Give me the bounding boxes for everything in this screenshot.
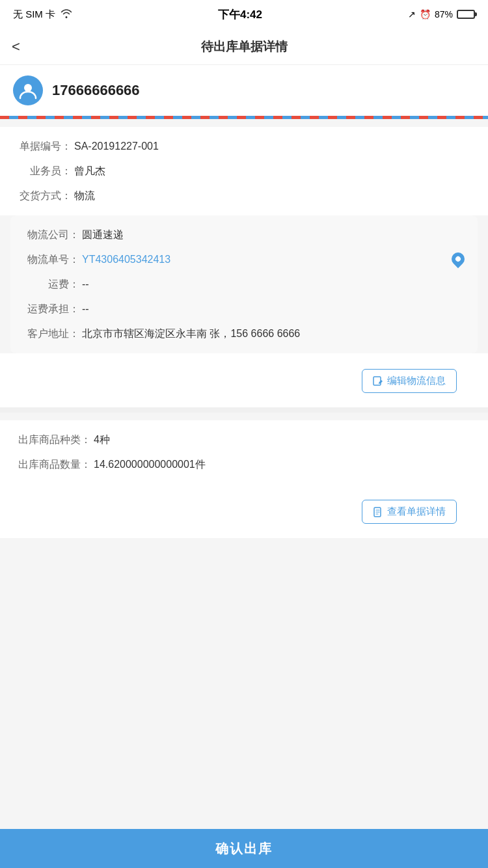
edit-icon — [373, 376, 383, 387]
customer-phone: 17666666666 — [52, 82, 140, 99]
edit-logistics-button[interactable]: 编辑物流信息 — [362, 369, 457, 393]
edit-section: 编辑物流信息 — [0, 353, 488, 407]
status-right: ↗ ⏰ 87% — [408, 9, 475, 20]
wifi-icon — [61, 9, 72, 20]
carrier-text: 无 SIM 卡 — [13, 8, 55, 21]
status-left: 无 SIM 卡 — [13, 8, 72, 21]
location-icon[interactable] — [449, 250, 467, 268]
document-icon — [373, 507, 383, 517]
freight-row: 运费： -- — [23, 277, 465, 292]
customer-header: 17666666666 — [0, 65, 488, 116]
status-bar: 无 SIM 卡 下午4:42 ↗ ⏰ 87% — [0, 0, 488, 29]
freight-value: -- — [82, 277, 465, 292]
dashed-divider — [0, 116, 488, 119]
bottom-spacer — [0, 538, 488, 590]
freight-bearer-value: -- — [82, 301, 465, 317]
logistics-company-row: 物流公司： 圆通速递 — [23, 227, 465, 243]
edit-logistics-label: 编辑物流信息 — [387, 375, 446, 387]
svg-point-0 — [24, 84, 32, 92]
product-quantity-row: 出库商品数量： 14.620000000000001件 — [16, 457, 472, 472]
nav-bar: < 待出库单据详情 — [0, 29, 488, 65]
back-button[interactable]: < — [12, 38, 20, 55]
order-info-section: 单据编号： SA-20191227-001 业务员： 曾凡杰 交货方式： 物流 — [0, 127, 488, 215]
delivery-method-row: 交货方式： 物流 — [16, 188, 472, 204]
product-types-label: 出库商品种类： — [16, 432, 94, 448]
page-title: 待出库单据详情 — [201, 38, 288, 55]
view-details-button[interactable]: 查看单据详情 — [362, 500, 457, 524]
outbound-info-section: 出库商品种类： 4种 出库商品数量： 14.620000000000001件 — [0, 420, 488, 484]
tracking-value: YT4306405342413 — [82, 252, 446, 267]
address-label: 客户地址： — [23, 326, 82, 342]
sales-person-row: 业务员： 曾凡杰 — [16, 163, 472, 179]
battery-icon — [457, 10, 475, 19]
freight-bearer-row: 运费承担： -- — [23, 301, 465, 317]
logistics-card: 物流公司： 圆通速递 物流单号： YT4306405342413 运费： -- … — [10, 215, 478, 353]
delivery-method-value: 物流 — [74, 188, 472, 204]
product-types-value: 4种 — [94, 432, 472, 448]
confirm-outbound-button[interactable]: 确认出库 — [0, 829, 488, 868]
freight-label: 运费： — [23, 277, 82, 292]
freight-bearer-label: 运费承担： — [23, 301, 82, 317]
svg-rect-1 — [373, 377, 381, 385]
product-quantity-value: 14.620000000000001件 — [94, 457, 472, 472]
logistics-company-label: 物流公司： — [23, 227, 82, 243]
tracking-number-row: 物流单号： YT4306405342413 — [23, 252, 465, 267]
section-divider — [0, 407, 488, 413]
avatar — [13, 75, 43, 105]
status-time: 下午4:42 — [218, 7, 262, 22]
view-details-section: 查看单据详情 — [0, 484, 488, 538]
view-details-label: 查看单据详情 — [387, 506, 446, 518]
delivery-method-label: 交货方式： — [16, 188, 74, 204]
sales-person-value: 曾凡杰 — [74, 163, 472, 179]
alarm-icon: ⏰ — [420, 9, 431, 20]
order-number-value: SA-20191227-001 — [74, 139, 472, 154]
sales-person-label: 业务员： — [16, 163, 74, 179]
order-number-row: 单据编号： SA-20191227-001 — [16, 139, 472, 154]
location-status-icon: ↗ — [408, 9, 416, 20]
product-quantity-label: 出库商品数量： — [16, 457, 94, 472]
order-number-label: 单据编号： — [16, 139, 74, 154]
address-row: 客户地址： 北京市市辖区海淀区永丰南 张，156 6666 6666 — [23, 326, 465, 342]
logistics-company-value: 圆通速递 — [82, 227, 465, 243]
product-types-row: 出库商品种类： 4种 — [16, 432, 472, 448]
battery-percent: 87% — [435, 9, 453, 20]
confirm-button-label: 确认出库 — [215, 840, 273, 858]
tracking-label: 物流单号： — [23, 252, 82, 267]
address-value: 北京市市辖区海淀区永丰南 张，156 6666 6666 — [82, 326, 465, 342]
